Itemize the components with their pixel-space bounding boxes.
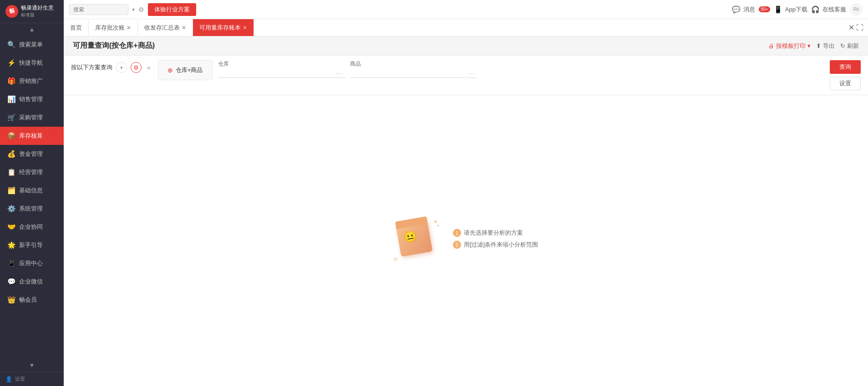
tabs-bar: 首页 库存批次账 ✕ 收发存汇总表 ✕ 可用量库存账本 ✕ ✕ ⛶: [64, 19, 868, 36]
main-area: ▾ ⚙ 体验行业方案 💬 消息 99+ 📱 App下载 🎧 在线客服 Rit 首…: [64, 0, 868, 386]
sidebar-label-wechat: 企业微信: [19, 278, 43, 286]
warehouse-input[interactable]: [220, 70, 334, 77]
user-avatar[interactable]: Rit: [850, 3, 863, 16]
sidebar-item-wechat[interactable]: 💬 企业微信: [0, 273, 64, 291]
sidebar-label-purchase: 采购管理: [19, 113, 43, 122]
sidebar-label-system: 系统管理: [19, 205, 43, 213]
sidebar-label-search: 搜索菜单: [19, 41, 43, 49]
filter-settings-btn[interactable]: ⚙: [131, 62, 142, 73]
sidebar-label-appcenter: 应用中心: [19, 259, 43, 268]
search-input[interactable]: [69, 4, 128, 15]
sidebar-scroll-up[interactable]: ▲: [0, 23, 64, 36]
app-download-action[interactable]: 📱 App下载: [774, 5, 807, 14]
trial-button[interactable]: 体验行业方案: [148, 3, 196, 16]
app-name: 畅康通好生意: [21, 5, 54, 12]
filter-product-field: 商品 ···: [350, 60, 477, 78]
sidebar-logo: 畅 畅康通好生意 标准版: [0, 0, 64, 23]
print-icon: 🖨: [768, 42, 774, 49]
base-icon: 🗂️: [7, 186, 15, 195]
empty-hint-2: 2 用[过滤]条件来缩小分析范围: [453, 241, 538, 249]
sidebar-label-sales: 销售管理: [19, 95, 43, 103]
product-input-group: ···: [350, 69, 477, 78]
sidebar-item-guide[interactable]: 🌟 新手引导: [0, 236, 64, 254]
sidebar-item-search[interactable]: 🔍 搜索菜单: [0, 36, 64, 54]
tab-close-recv-summary[interactable]: ✕: [182, 25, 186, 31]
sidebar-label-base: 基础信息: [19, 186, 43, 195]
sidebar-label-enterprise: 企业协同: [19, 223, 43, 231]
sidebar-item-base[interactable]: 🗂️ 基础信息: [0, 181, 64, 200]
filter-section-label: 按以下方案查询: [71, 63, 112, 72]
tab-expand-button[interactable]: ⛶: [856, 24, 863, 32]
filter-fields: 仓库 ··· 商品 ···: [218, 60, 824, 78]
content-area: 可用量查询(按仓库+商品) 🖨 按模板打印 ▾ ⬆ 导出 ↻ 刷新: [64, 36, 868, 386]
empty-hint-1: 1 请先选择要分析的方案: [453, 229, 538, 237]
filter-left: 按以下方案查询 + ⚙ «: [71, 60, 152, 73]
appcenter-icon: 📱: [7, 259, 15, 268]
print-chevron-icon[interactable]: ▾: [807, 42, 811, 49]
export-action[interactable]: ⬆ 导出: [816, 42, 835, 50]
message-icon: 💬: [732, 5, 741, 14]
tabs-right-actions: ✕ ⛶: [844, 19, 868, 36]
wechat-icon: 💬: [7, 278, 15, 286]
member-icon: 👑: [7, 296, 15, 304]
sidebar-label-operation: 经营管理: [19, 168, 43, 176]
purchase-icon: 🛒: [7, 113, 15, 122]
topbar-gear-icon[interactable]: ⚙: [138, 6, 144, 13]
warehouse-label: 仓库: [218, 60, 345, 68]
tab-close-batch-ledger[interactable]: ✕: [127, 25, 131, 31]
scheme-icon: ⊕: [168, 67, 173, 74]
sidebar-item-appcenter[interactable]: 📱 应用中心: [0, 254, 64, 273]
scheme-item-warehouse-product[interactable]: ⊕ 仓库+商品: [164, 63, 207, 77]
operation-icon: 📋: [7, 168, 15, 176]
query-button[interactable]: 查询: [830, 60, 861, 74]
sidebar-item-purchase[interactable]: 🛒 采购管理: [0, 108, 64, 127]
sidebar-item-finance[interactable]: 💰 资金管理: [0, 145, 64, 163]
message-badge: 99+: [759, 6, 770, 12]
warehouse-input-group: ···: [218, 69, 345, 78]
logo-icon: 畅: [5, 5, 18, 18]
product-dots[interactable]: ···: [468, 70, 476, 77]
online-service-action[interactable]: 🎧 在线客服: [811, 5, 846, 14]
sidebar-item-sales[interactable]: 📊 销售管理: [0, 90, 64, 108]
sidebar-bottom: 👤 设置: [0, 371, 64, 386]
sidebar-label-finance: 资金管理: [19, 150, 43, 158]
filter-scheme-panel: ⊕ 仓库+商品: [158, 60, 213, 80]
filter-collapse-btn[interactable]: «: [145, 62, 152, 73]
tab-close-button[interactable]: ✕: [848, 23, 854, 32]
warehouse-dots[interactable]: ···: [336, 70, 344, 77]
empty-state: 😐 1 请先选择要分析的方案 2 用[过滤]条件来缩小分析范围: [64, 95, 868, 386]
tab-available-ledger[interactable]: 可用量库存账本 ✕: [193, 19, 254, 36]
sidebar-label-marketing: 营销推广: [19, 77, 43, 85]
filter-warehouse-field: 仓库 ···: [218, 60, 345, 78]
product-input[interactable]: [352, 70, 466, 77]
tab-home[interactable]: 首页: [64, 19, 89, 36]
sidebar-item-operation[interactable]: 📋 经营管理: [0, 163, 64, 181]
export-icon: ⬆: [816, 42, 821, 49]
guide-icon: 🌟: [7, 241, 15, 249]
sidebar-scroll-down[interactable]: ▼: [0, 359, 64, 371]
settings-button[interactable]: 设置: [830, 77, 861, 90]
topbar: ▾ ⚙ 体验行业方案 💬 消息 99+ 📱 App下载 🎧 在线客服 Rit: [64, 0, 868, 19]
sidebar-item-marketing[interactable]: 🎁 营销推广: [0, 72, 64, 90]
sidebar: 畅 畅康通好生意 标准版 ▲ 🔍 搜索菜单 ⚡ 快捷导航 🎁 营销推广 📊 销售…: [0, 0, 64, 386]
sidebar-item-enterprise[interactable]: 🤝 企业协同: [0, 218, 64, 236]
filter-panel: 按以下方案查询 + ⚙ « ⊕ 仓库+商品 仓库 ···: [64, 56, 868, 95]
page-header: 可用量查询(按仓库+商品) 🖨 按模板打印 ▾ ⬆ 导出 ↻ 刷新: [64, 36, 868, 56]
sidebar-item-member[interactable]: 👑 畅会员: [0, 291, 64, 309]
sidebar-item-system[interactable]: ⚙️ 系统管理: [0, 200, 64, 218]
phone-icon: 📱: [774, 5, 782, 14]
print-action[interactable]: 🖨 按模板打印 ▾: [768, 42, 811, 50]
inventory-icon: 📦: [7, 132, 15, 140]
product-label: 商品: [350, 60, 477, 68]
sidebar-item-shortcut[interactable]: ⚡ 快捷导航: [0, 54, 64, 72]
tab-close-available-ledger[interactable]: ✕: [243, 25, 247, 31]
search-chevron-icon[interactable]: ▾: [132, 6, 135, 13]
tab-batch-ledger[interactable]: 库存批次账 ✕: [89, 19, 138, 36]
refresh-action[interactable]: ↻ 刷新: [840, 42, 859, 50]
message-action[interactable]: 💬 消息 99+: [732, 5, 770, 14]
sidebar-label-member: 畅会员: [19, 296, 37, 304]
filter-add-btn[interactable]: +: [116, 62, 127, 73]
sidebar-item-inventory[interactable]: 📦 库存核算: [0, 127, 64, 145]
search-icon: 🔍: [7, 41, 15, 49]
tab-recv-summary[interactable]: 收发存汇总表 ✕: [138, 19, 193, 36]
